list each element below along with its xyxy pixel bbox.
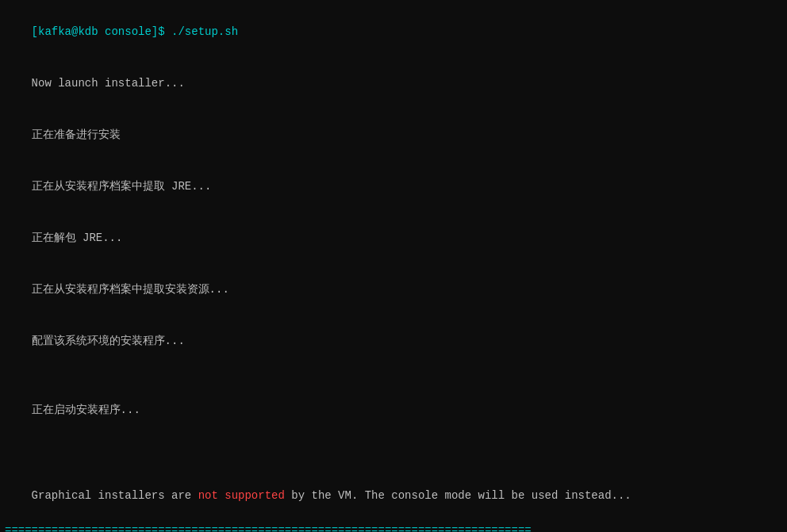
- terminal-line-6: 正在从安装程序档案中提取安装资源...: [5, 264, 782, 316]
- terminal-line-1: [kafka@kdb console]$ ./setup.sh: [5, 6, 782, 58]
- terminal-line-9: 正在启动安装程序...: [5, 385, 782, 436]
- terminal-line-3: 正在准备进行安装: [5, 109, 782, 161]
- terminal-line-5: 正在解包 JRE...: [5, 212, 782, 264]
- terminal-line-7: 配置该系统环境的安装程序...: [5, 316, 782, 367]
- not-supported-text: not supported: [198, 489, 285, 502]
- command-text: [kafka@kdb console]$ ./setup.sh: [32, 25, 238, 38]
- terminal-graphical-line: Graphical installers are not supported b…: [5, 471, 782, 522]
- terminal-line-4: 正在从安装程序档案中提取 JRE...: [5, 161, 782, 212]
- terminal-window: [kafka@kdb console]$ ./setup.sh Now laun…: [0, 0, 787, 532]
- terminal-empty-2: [5, 436, 782, 454]
- terminal-line-2: Now launch installer...: [5, 58, 782, 109]
- terminal-empty-3: [5, 454, 782, 471]
- terminal-empty-1: [5, 367, 782, 385]
- terminal-separator-1: ========================================…: [5, 522, 782, 532]
